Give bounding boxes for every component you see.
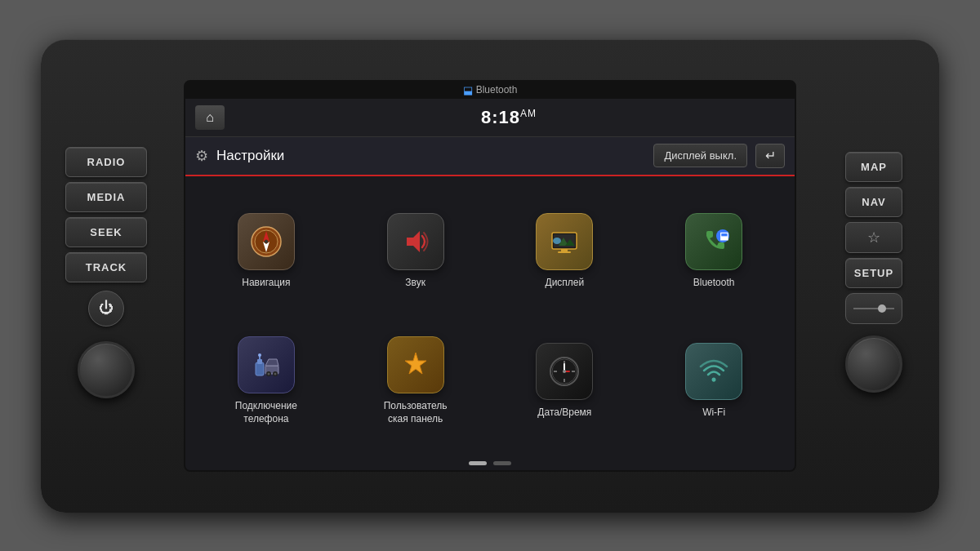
right-button-panel: MAP NAV ☆ SETUP	[833, 152, 915, 399]
volume-control[interactable]	[845, 293, 902, 324]
user-panel-icon	[399, 348, 433, 382]
wifi-item[interactable]: Wi-Fi	[645, 322, 782, 440]
bluetooth-icon-box: ⬓	[685, 213, 742, 270]
clock: 8:18AM	[233, 107, 785, 128]
svg-marker-20	[265, 359, 278, 366]
screen-header: ⌂ 8:18AM	[185, 99, 795, 137]
wifi-label: Wi-Fi	[702, 407, 725, 420]
svg-text:⬓: ⬓	[719, 230, 728, 242]
back-button[interactable]: ↵	[755, 144, 785, 168]
clock-time: 8:18	[481, 107, 520, 127]
user-panel-label: Пользователь ская панель	[384, 400, 448, 425]
phone-item[interactable]: Подключение телефона	[198, 322, 335, 440]
page-dot-2	[493, 461, 511, 465]
display-icon-box	[536, 213, 593, 270]
svg-point-34	[563, 370, 566, 373]
page-indicator	[185, 456, 795, 470]
nav-label: Навигация	[242, 277, 290, 290]
datetime-icon-box	[536, 343, 593, 400]
svg-point-4	[265, 240, 268, 243]
gear-icon: ⚙	[195, 147, 208, 165]
display-label: Дисплей	[546, 277, 585, 290]
user-panel-item[interactable]: Пользователь ская панель	[347, 322, 484, 440]
slider-thumb	[878, 304, 886, 313]
datetime-icon	[547, 354, 581, 389]
datetime-item[interactable]: Дата/Время	[497, 322, 634, 440]
svg-point-18	[258, 353, 261, 357]
left-knob[interactable]	[78, 341, 135, 398]
bluetooth-status-bar: ⬓ Bluetooth	[185, 82, 795, 99]
page-dot-1	[469, 461, 487, 465]
sound-item[interactable]: Звук	[347, 193, 484, 310]
nav-button[interactable]: NAV	[845, 187, 902, 217]
power-button[interactable]: ⏻	[88, 291, 124, 327]
car-infotainment-unit: RADIO MEDIA SEEK TRACK ⏻ ⬓ Bluetooth ⌂ 8…	[41, 39, 939, 513]
sound-icon-box	[387, 213, 444, 270]
media-button[interactable]: MEDIA	[65, 182, 147, 212]
map-button[interactable]: MAP	[845, 152, 902, 182]
sound-label: Звук	[405, 277, 425, 290]
display-item[interactable]: Дисплей	[497, 193, 634, 310]
svg-rect-15	[256, 362, 264, 375]
svg-rect-16	[257, 359, 262, 364]
track-button[interactable]: TRACK	[65, 252, 147, 282]
phone-icon-box	[238, 336, 295, 393]
datetime-label: Дата/Время	[537, 407, 591, 420]
setup-button[interactable]: SETUP	[845, 258, 902, 288]
wifi-icon-box	[685, 343, 742, 400]
svg-rect-8	[561, 249, 568, 251]
wifi-icon	[697, 354, 731, 389]
radio-button[interactable]: RADIO	[65, 147, 147, 177]
svg-point-24	[274, 372, 276, 375]
sound-icon	[399, 224, 433, 259]
settings-title: Настройки	[216, 148, 645, 164]
left-button-panel: RADIO MEDIA SEEK TRACK ⏻	[65, 147, 147, 405]
display-off-button[interactable]: Дисплей выкл.	[653, 144, 747, 167]
right-knob[interactable]	[845, 335, 902, 393]
seek-button[interactable]: SEEK	[65, 217, 147, 247]
nav-item[interactable]: Навигация	[198, 193, 335, 310]
bluetooth-label: Bluetooth	[476, 84, 518, 96]
phone-connection-label: Подключение телефона	[235, 400, 297, 425]
display-icon	[547, 224, 581, 259]
clock-suffix: AM	[520, 107, 537, 118]
svg-point-12	[553, 238, 561, 244]
svg-rect-9	[558, 251, 571, 253]
star-icon: ☆	[867, 229, 880, 247]
back-icon: ↵	[765, 148, 776, 163]
settings-icon-grid: Навигация Звук	[185, 176, 795, 456]
settings-bar: ⚙ Настройки Дисплей выкл. ↵	[185, 137, 795, 176]
bluetooth-top-icon: ⬓	[463, 84, 473, 96]
slider-track	[853, 308, 894, 309]
nav-icon-box	[238, 213, 295, 270]
phone-connection-icon	[249, 348, 283, 382]
home-icon: ⌂	[206, 110, 214, 125]
svg-point-22	[267, 372, 270, 375]
nav-icon	[249, 224, 283, 259]
svg-marker-25	[405, 353, 426, 374]
bluetooth-item[interactable]: ⬓ Bluetooth	[645, 193, 782, 310]
svg-point-35	[712, 377, 716, 381]
bluetooth-icon: ⬓	[697, 224, 731, 259]
home-button[interactable]: ⌂	[195, 105, 225, 130]
svg-marker-5	[407, 231, 420, 252]
user-panel-icon-box	[387, 336, 444, 393]
bluetooth-label: Bluetooth	[693, 277, 735, 290]
favorite-button[interactable]: ☆	[845, 222, 902, 253]
main-screen: ⬓ Bluetooth ⌂ 8:18AM ⚙ Настройки Дисплей…	[184, 80, 796, 472]
